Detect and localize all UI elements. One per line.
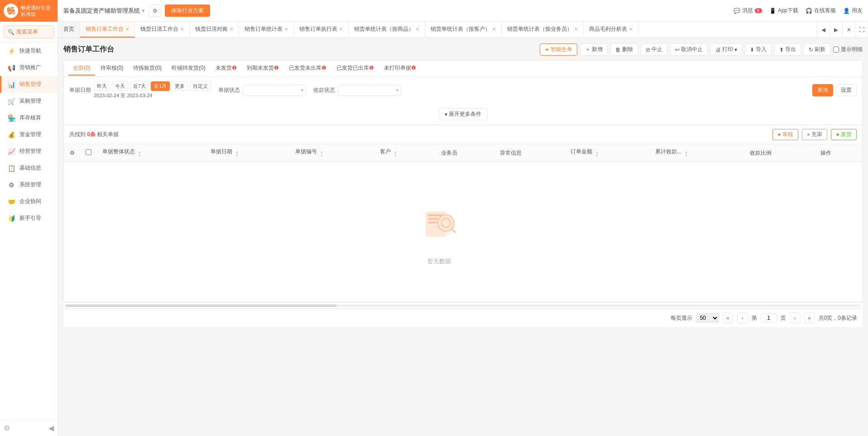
tab-close-icon[interactable]: ✕ — [125, 27, 129, 32]
sidebar-item-system[interactable]: ⚙ 系统管理 — [0, 176, 58, 193]
user-menu-button[interactable]: 👤 用友 — [843, 7, 863, 14]
tabs-close-all-button[interactable]: ✕ — [843, 22, 855, 38]
date-last7-btn[interactable]: 近7天 — [130, 81, 149, 91]
page-input[interactable] — [761, 313, 777, 322]
col-status: 单据整体状态 ▲▼ — [97, 144, 205, 162]
expand-icon: ▾ — [445, 111, 447, 118]
settings-button[interactable]: 设置 — [836, 84, 857, 96]
col-checkbox — [80, 144, 97, 162]
date-today-btn[interactable]: 今天 — [112, 81, 128, 91]
sub-tab-not-printed[interactable]: 未打印单据❶ — [379, 62, 421, 76]
search-icon: 🔍 — [8, 29, 14, 35]
sidebar-item-inventory[interactable]: 🏪 库存核算 — [0, 109, 58, 126]
sidebar-item-operations[interactable]: 📈 经营管理 — [0, 143, 58, 160]
sidebar-item-sales[interactable]: 📊 销售管理 — [0, 76, 58, 93]
refresh-icon: ↻ — [809, 47, 813, 53]
ship-action-button[interactable]: ● 发货 — [831, 129, 857, 140]
purchase-icon: 🛒 — [7, 98, 16, 105]
message-button[interactable]: 💬 消息 6 — [734, 7, 762, 14]
sidebar-item-marketing[interactable]: 📢 营销推广 — [0, 59, 58, 76]
settings-col-icon[interactable]: ⚙ — [70, 150, 75, 156]
table-result-text: 共找到 0条 相关单据 — [69, 131, 119, 138]
refresh-button[interactable]: ↻ 刷新 — [804, 43, 830, 56]
suspend-button[interactable]: ⊘ 中止 — [641, 43, 667, 56]
tabs-next-button[interactable]: ▶ — [830, 22, 843, 38]
collapse-icon[interactable]: ◀ — [48, 424, 54, 432]
page-first-button[interactable]: « — [723, 313, 734, 323]
sidebar-item-cooperation[interactable]: 🤝 企业协同 — [0, 193, 58, 210]
audit-action-button[interactable]: ● 审核 — [772, 129, 798, 140]
tab-cash-account[interactable]: 钱货日清对账 ✕ — [190, 22, 239, 38]
title-arrow-icon: ▾ — [142, 7, 145, 14]
tab-sales-summary-customer[interactable]: 销货单统计表（按客户） ✕ — [425, 22, 502, 38]
page-last-button[interactable]: » — [804, 313, 815, 323]
cancel-audit-action-button[interactable]: ● 充审 — [802, 129, 828, 140]
show-details-checkbox[interactable] — [833, 47, 839, 52]
phone-icon: 📱 — [769, 8, 776, 14]
delete-button[interactable]: 🗑 删除 — [610, 43, 638, 56]
tab-close-icon[interactable]: ✕ — [180, 27, 184, 32]
tabs-bar: 首页 销售订单工作台 ✕ 钱货日清工作台 ✕ 钱货日清对账 ✕ 销售订单统计表 … — [58, 22, 868, 38]
sub-tab-shipped-warehoused[interactable]: 已发货已出库❶ — [332, 62, 379, 76]
settings-bottom-icon[interactable]: ⚙ — [4, 424, 10, 432]
sub-tab-shipped-not-warehoused[interactable]: 已发货未出库❶ — [284, 62, 331, 76]
tab-sales-workbench[interactable]: 销售订单工作台 ✕ — [80, 22, 135, 38]
date-yesterday-btn[interactable]: 昨天 — [94, 81, 110, 91]
cancel-suspend-button[interactable]: ↩ 取消中止 — [670, 43, 708, 56]
export-button[interactable]: ⬆ 导出 — [774, 43, 801, 56]
per-page-select[interactable]: 50 10 20 100 — [696, 313, 719, 323]
expand-conditions-button[interactable]: ▾ 展开更多条件 — [439, 108, 487, 120]
select-all-checkbox[interactable] — [86, 149, 91, 155]
tab-sales-stat[interactable]: 销售订单统计表 ✕ — [239, 22, 294, 38]
tab-close-icon[interactable]: ✕ — [629, 27, 633, 32]
sub-tab-not-shipped[interactable]: 未发货❶ — [211, 62, 241, 76]
sidebar-item-finance[interactable]: 💰 资金管理 — [0, 126, 58, 143]
tabs-fullscreen-button[interactable]: ⛶ — [855, 22, 868, 38]
sidebar-item-purchase[interactable]: 🛒 采购管理 — [0, 93, 58, 109]
sub-tab-pending-review[interactable]: 待审核(0) — [96, 62, 128, 76]
horizontal-scrollbar[interactable] — [63, 302, 863, 308]
print-arrow-icon: ▾ — [734, 47, 737, 53]
sub-tab-wangpu-ship[interactable]: 旺铺待发货(0) — [167, 62, 210, 76]
page-next-button[interactable]: › — [790, 313, 801, 323]
empty-text: 暂无数据 — [427, 257, 451, 265]
tab-close-icon[interactable]: ✕ — [230, 27, 233, 32]
search-menu-button[interactable]: 🔍 搜索菜单 — [4, 25, 54, 38]
tab-cash-daily[interactable]: 钱货日清工作台 ✕ — [135, 22, 190, 38]
online-service-button[interactable]: 🎧 在线客服 — [806, 7, 836, 14]
print-button[interactable]: 🖨 打印 ▾ — [710, 43, 742, 56]
tab-sales-summary-staff[interactable]: 销货单统计表（按业务员） ✕ — [502, 22, 584, 38]
sub-tab-expired-not-shipped[interactable]: 到期未发货❶ — [242, 62, 283, 76]
date-last1month-btn[interactable]: 近1月 — [151, 81, 170, 91]
sidebar-item-guide[interactable]: 🔰 新手引导 — [0, 210, 58, 227]
topbar-settings-button[interactable]: ⚙ — [149, 5, 161, 17]
tab-close-icon[interactable]: ✕ — [339, 27, 343, 32]
sidebar-item-quick-nav[interactable]: ⚡ 快捷导航 — [0, 43, 58, 59]
scroll-track[interactable] — [65, 304, 861, 307]
ai-generate-button[interactable]: ✦ 智能生单 — [540, 43, 577, 56]
payment-select[interactable] — [338, 85, 401, 96]
table-header-row: ⚙ 单据整体状态 ▲▼ 单据日期 ▲▼ — [64, 144, 862, 162]
sidebar-item-basic-info[interactable]: 📋 基础信息 — [0, 160, 58, 176]
plan-button[interactable]: 体验行业方案 — [165, 5, 210, 17]
tab-close-icon[interactable]: ✕ — [284, 27, 288, 32]
page-prev-button[interactable]: ‹ — [737, 313, 748, 323]
status-select[interactable] — [243, 85, 306, 96]
new-button[interactable]: ＋ 新增 — [580, 43, 608, 56]
tab-close-icon[interactable]: ✕ — [416, 27, 419, 32]
tab-sales-exec[interactable]: 销售订单执行表 ✕ — [294, 22, 349, 38]
tab-home[interactable]: 首页 — [58, 22, 80, 38]
sub-tab-all[interactable]: 全部(0) — [68, 62, 95, 76]
tab-close-icon[interactable]: ✕ — [574, 27, 578, 32]
import-button[interactable]: ⬇ 导入 — [745, 43, 772, 56]
tab-close-icon[interactable]: ✕ — [492, 27, 496, 32]
date-custom-btn[interactable]: 自定义 — [190, 81, 211, 91]
query-button[interactable]: 查询 — [812, 84, 833, 96]
tab-gross-margin[interactable]: 商品毛利分析表 ✕ — [584, 22, 638, 38]
scroll-thumb[interactable] — [65, 304, 337, 307]
tab-sales-summary-product[interactable]: 销货单统计表（按商品） ✕ — [349, 22, 425, 38]
app-download-button[interactable]: 📱 App下载 — [769, 7, 798, 14]
tabs-prev-button[interactable]: ◀ — [817, 22, 830, 38]
sub-tab-pending-inspect[interactable]: 待拣验货(0) — [129, 62, 166, 76]
date-more-btn[interactable]: 更多 — [172, 81, 188, 91]
